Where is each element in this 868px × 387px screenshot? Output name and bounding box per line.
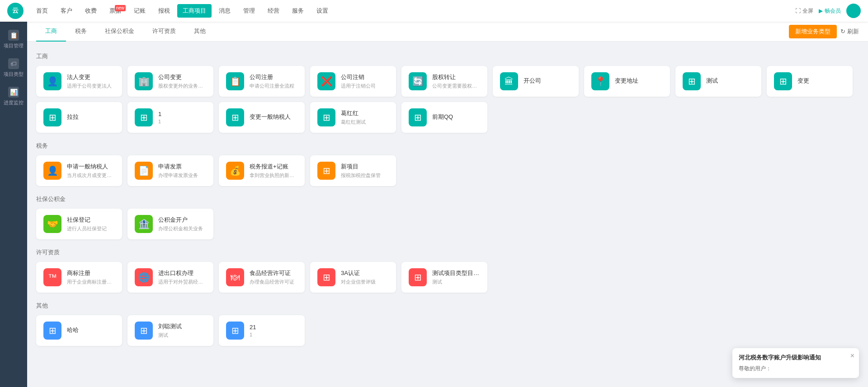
- fullscreen-button[interactable]: ⛶ 全屏: [795, 7, 813, 15]
- nav-item-首页[interactable]: 首页: [31, 4, 53, 18]
- card-title: 公司注销: [341, 73, 389, 81]
- card-desc: 申请公司注册全流程: [250, 83, 297, 89]
- card-前期QQ[interactable]: ⊞前期QQ: [401, 102, 487, 133]
- cards-grid-shebao: 🤝社保登记进行人员社保登记🏦公积金开户办理公积金相关业务: [36, 209, 859, 239]
- cards-grid-qita: ⊞哈哈⊞刘聪测试测试⊞211: [36, 315, 859, 346]
- nav-item-收费[interactable]: 收费: [80, 4, 102, 18]
- card-股权转让[interactable]: 🔄股权转让公司变更需要股权转让: [401, 66, 487, 97]
- card-info: 社保登记进行人员社保登记: [67, 216, 115, 232]
- card-icon: ⊞: [683, 72, 701, 90]
- card-公积金开户[interactable]: 🏦公积金开户办理公积金相关业务: [127, 209, 213, 239]
- card-icon: 🤝: [43, 215, 61, 233]
- card-icon: ⊞: [409, 108, 427, 126]
- nav-right: ⛶ 全屏 ▶ 畅会员: [795, 4, 861, 18]
- card-新项目[interactable]: ⊞新项目报税加税控盘保管: [310, 155, 396, 186]
- card-title: 前期QQ: [432, 113, 480, 121]
- card-社保登记[interactable]: 🤝社保登记进行人员社保登记: [36, 209, 122, 239]
- card-测试[interactable]: ⊞测试: [675, 66, 761, 97]
- card-税务报道+记账[interactable]: 💰税务报道+记账拿到营业执照的新公司: [219, 155, 305, 186]
- tab-其他[interactable]: 其他: [185, 22, 215, 42]
- card-icon: 📄: [135, 162, 153, 180]
- card-desc: 适用于注销公司: [341, 83, 389, 89]
- nav-item-设置[interactable]: 设置: [311, 4, 334, 18]
- card-食品经营许可证[interactable]: 🍽食品经营许可证办理食品经营许可证: [219, 262, 305, 293]
- main-content: 工商税务社保公积金许可资质其他 新增业务类型 ↻ 刷新 工商👤法人变更适用于公司…: [27, 22, 868, 387]
- card-icon: ⊞: [226, 108, 244, 126]
- card-title: 1: [158, 111, 206, 117]
- card-icon: ⊞: [774, 72, 792, 90]
- card-商标注册[interactable]: ™商标注册用于企业商标注册服务: [36, 262, 122, 293]
- card-进出口权办理[interactable]: 🌐进出口权办理适用于对外贸易经营者: [127, 262, 213, 293]
- card-申请发票[interactable]: 📄申请发票办理申请发票业务: [127, 155, 213, 186]
- card-title: 变更: [797, 77, 845, 85]
- card-info: 刘聪测试测试: [158, 322, 206, 339]
- card-desc: 1: [158, 119, 206, 124]
- nav-item-经营[interactable]: 经营: [262, 4, 285, 18]
- card-刘聪测试[interactable]: ⊞刘聪测试测试: [127, 315, 213, 346]
- card-21[interactable]: ⊞211: [219, 315, 305, 346]
- card-变更地址[interactable]: 📍变更地址: [584, 66, 670, 97]
- card-哈哈[interactable]: ⊞哈哈: [36, 315, 122, 346]
- card-title: 进出口权办理: [158, 269, 206, 277]
- tab-社保公积金[interactable]: 社保公积金: [96, 22, 143, 42]
- nav-item-工商项目[interactable]: 工商项目: [177, 4, 212, 18]
- card-title: 葛红红: [341, 109, 389, 117]
- nav-item-消息[interactable]: 消息: [213, 4, 236, 18]
- card-title: 法人变更: [67, 73, 115, 81]
- card-desc: 适用于公司变更法人: [67, 83, 115, 89]
- card-变更一般纳税人[interactable]: ⊞变更一般纳税人: [219, 102, 305, 133]
- tab-税务[interactable]: 税务: [66, 22, 96, 42]
- card-开公司[interactable]: 🏛开公司: [493, 66, 579, 97]
- nav-item-服务[interactable]: 服务: [287, 4, 309, 18]
- card-法人变更[interactable]: 👤法人变更适用于公司变更法人: [36, 66, 122, 97]
- nav-item-记账[interactable]: 记账: [128, 4, 151, 18]
- card-申请一般纳税人[interactable]: 👤申请一般纳税人当月或次月成变更完成: [36, 155, 122, 186]
- card-info: 哈哈: [67, 326, 115, 336]
- card-1[interactable]: ⊞11: [127, 102, 213, 133]
- nav-item-票据[interactable]: 票据new: [104, 4, 127, 18]
- notification-close-button[interactable]: ×: [850, 352, 854, 360]
- card-title: 食品经营许可证: [250, 269, 297, 277]
- refresh-button[interactable]: ↻ 刷新: [840, 28, 859, 36]
- card-icon: 🏦: [135, 215, 153, 233]
- notification-body: 尊敬的用户：: [739, 364, 853, 373]
- nav-item-报税[interactable]: 报税: [153, 4, 175, 18]
- card-葛红红[interactable]: ⊞葛红红葛红红测试: [310, 102, 396, 133]
- tab-工商[interactable]: 工商: [36, 22, 66, 42]
- card-desc: 用于企业商标注册服务: [67, 279, 115, 285]
- card-info: 申请发票办理申请发票业务: [158, 163, 206, 179]
- card-icon: ™: [43, 268, 61, 286]
- card-公司变更[interactable]: 🏢公司变更股权变更外的业务变更: [127, 66, 213, 97]
- content-area: 工商👤法人变更适用于公司变更法人🏢公司变更股权变更外的业务变更📋公司注册申请公司…: [27, 42, 868, 362]
- section-title-qita: 其他: [36, 302, 859, 310]
- card-拉拉[interactable]: ⊞拉拉: [36, 102, 122, 133]
- card-公司注销[interactable]: ❌公司注销适用于注销公司: [310, 66, 396, 97]
- card-info: 公司注销适用于注销公司: [341, 73, 389, 89]
- card-info: 食品经营许可证办理食品经营许可证: [250, 269, 297, 285]
- cards-grid-xuke: ™商标注册用于企业商标注册服务🌐进出口权办理适用于对外贸易经营者🍽食品经营许可证…: [36, 262, 859, 293]
- nav-item-管理[interactable]: 管理: [238, 4, 260, 18]
- card-公司注册[interactable]: 📋公司注册申请公司注册全流程: [219, 66, 305, 97]
- card-icon: ⊞: [317, 108, 335, 126]
- card-icon: 🍽: [226, 268, 244, 286]
- card-3A认证[interactable]: ⊞3A认证对企业信誉评级: [310, 262, 396, 293]
- sidebar-item-项目管理[interactable]: 📋项目管理: [0, 25, 27, 54]
- card-变更[interactable]: ⊞变更: [767, 66, 853, 97]
- tab-许可资质[interactable]: 许可资质: [143, 22, 185, 42]
- vip-button[interactable]: ▶ 畅会员: [819, 7, 841, 15]
- card-desc: 当月或次月成变更完成: [67, 172, 115, 179]
- sidebar-icon: 🏷: [8, 58, 19, 69]
- card-测试项目类型目定义[interactable]: ⊞测试项目类型目定义测试: [401, 262, 487, 293]
- nav-items: 首页客户收费票据new记账报税工商项目消息管理经营服务设置: [31, 4, 795, 18]
- nav-item-客户[interactable]: 客户: [55, 4, 78, 18]
- add-business-type-button[interactable]: 新增业务类型: [789, 25, 837, 38]
- card-icon: ⊞: [43, 108, 61, 126]
- card-info: 葛红红葛红红测试: [341, 109, 389, 126]
- sidebar-item-项目类型[interactable]: 🏷项目类型: [0, 54, 27, 82]
- card-info: 公司变更股权变更外的业务变更: [158, 73, 206, 89]
- sidebar-item-进度监控[interactable]: 📊进度监控: [0, 82, 27, 111]
- section-title-gongshang: 工商: [36, 52, 859, 61]
- section-title-xuke: 许可资质: [36, 248, 859, 256]
- card-icon: ❌: [317, 72, 335, 90]
- avatar[interactable]: [846, 4, 861, 18]
